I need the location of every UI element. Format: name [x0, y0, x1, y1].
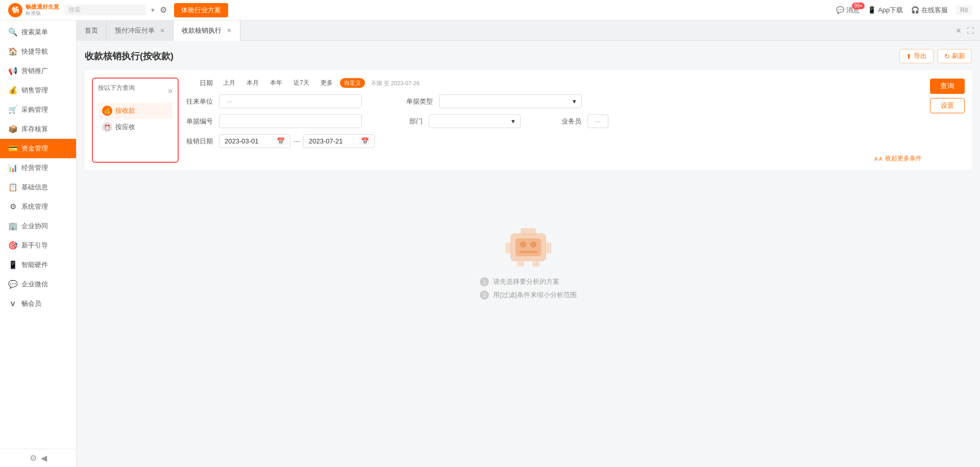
refresh-btn[interactable]: ↻ 刷新	[938, 49, 972, 63]
sidebar-item-purchase[interactable]: 🛒 采购管理	[0, 100, 76, 119]
purchase-icon: 🛒	[8, 105, 17, 114]
sidebar-item-guide[interactable]: 🎯 新手引导	[0, 236, 76, 255]
sidebar-item-sales[interactable]: 💰 销售管理	[0, 81, 76, 100]
tab-prepay-conflict[interactable]: 预付冲应付单 ✕	[107, 20, 174, 41]
dept-chevron: ▾	[511, 117, 515, 125]
sidebar-item-search[interactable]: 🔍 搜索菜单	[0, 22, 76, 42]
industry-btn[interactable]: 体验行业方案	[174, 3, 228, 17]
sidebar-label: 销售管理	[21, 86, 48, 95]
date-this-year[interactable]: 本年	[266, 78, 286, 88]
export-icon: ⬆	[906, 53, 912, 60]
filter-row-writeoff-date: 核销日期 2023-03-01 📅 — 2023-07-21	[185, 134, 922, 148]
filter-sidebar-collapse-icon[interactable]: »	[168, 86, 173, 95]
sidebar-item-basic[interactable]: 📋 基础信息	[0, 178, 76, 197]
empty-tip-1: 1 请先选择要分析的方案	[480, 277, 576, 286]
tab-receipt-writeoff[interactable]: 收款核销执行 ✕	[174, 20, 240, 41]
setting-btn[interactable]: 设置	[930, 98, 965, 113]
search-btn[interactable]: 查询	[930, 79, 965, 94]
date-more[interactable]: 更多	[316, 78, 337, 88]
tab-close-all-icon[interactable]: ✕	[953, 24, 964, 37]
sidebar-item-quicknav[interactable]: 🏠 快捷导航	[0, 42, 76, 61]
tab-close-prepay[interactable]: ✕	[160, 27, 165, 34]
svg-rect-6	[505, 242, 511, 254]
staff-input[interactable]: ···	[587, 114, 608, 128]
receipt-option-label: 按收款	[115, 106, 135, 115]
content-area: 首页 预付冲应付单 ✕ 收款核销执行 ✕ ✕ ⛶ 收款核销执行(按收款)	[77, 20, 980, 467]
basic-icon: 📋	[8, 183, 17, 192]
date-7days[interactable]: 近7天	[289, 78, 313, 88]
message-btn[interactable]: 💬 消息 99+	[836, 6, 860, 15]
docno-input[interactable]	[219, 114, 362, 128]
sidebar-item-marketing[interactable]: 📢 营销推广	[0, 61, 76, 81]
date-range-display: 不限 至 2023-07-26	[371, 80, 420, 87]
writeoff-date-start[interactable]: 2023-03-01 📅	[219, 134, 290, 148]
date-custom-badge[interactable]: 自定义	[340, 78, 365, 88]
sidebar-label: 采购管理	[21, 105, 48, 114]
date-this-month[interactable]: 本月	[242, 78, 263, 88]
svg-rect-9	[532, 261, 540, 266]
user-area[interactable]: Rit	[956, 6, 972, 15]
date-last-month[interactable]: 上月	[219, 78, 239, 88]
page-content: 收款核销执行(按收款) ⬆ 导出 ↻ 刷新	[77, 41, 980, 467]
tab-home[interactable]: 首页	[77, 20, 107, 41]
sidebar-label: 新手引导	[21, 241, 48, 250]
gear-icon[interactable]: ⚙	[160, 5, 167, 15]
chevron-down-icon[interactable]: ▾	[151, 6, 155, 14]
app-name: 畅捷通好生意	[26, 4, 59, 10]
sidebar-label: 搜索菜单	[21, 28, 48, 37]
operations-icon: 📊	[8, 163, 17, 173]
collapse-more-btn[interactable]: ∧∧ 收起更多条件	[874, 154, 922, 163]
top-bar: 畅 畅捷通好生意 标准版 搜索 ▾ ⚙ 体验行业方案 💬 消息 99+ 📱 Ap…	[0, 0, 980, 20]
home-icon: 🏠	[8, 47, 17, 56]
tab-close-receipt[interactable]: ✕	[227, 27, 232, 34]
filter-row-date: 日期 上月 本月 本年 近7天 更多 自定义	[185, 78, 922, 88]
sidebar-settings-icon[interactable]: ⚙	[30, 453, 37, 463]
page-title-bar: 收款核销执行(按收款) ⬆ 导出 ↻ 刷新	[85, 49, 972, 63]
page-inner: 收款核销执行(按收款) ⬆ 导出 ↻ 刷新	[77, 41, 980, 349]
empty-state: 1 请先选择要分析的方案 2 用[过滤]条件来缩小分析范围	[85, 177, 972, 340]
sidebar-menu: 🔍 搜索菜单 🏠 快捷导航 📢 营销推广 💰 销售管理 🛒 采购管理 📦	[0, 20, 76, 449]
doctype-select[interactable]: ▾	[439, 94, 582, 108]
search-menu-icon: 🔍	[8, 28, 17, 37]
sidebar-item-inventory[interactable]: 📦 库存核算	[0, 119, 76, 139]
dept-select[interactable]: ▾	[429, 114, 521, 128]
counterparty-input[interactable]: ···	[219, 94, 362, 108]
app-download-btn[interactable]: 📱 App下载	[868, 6, 903, 15]
sidebar-item-system[interactable]: ⚙ 系统管理	[0, 197, 76, 216]
page-actions: ⬆ 导出 ↻ 刷新	[899, 49, 972, 63]
filter-option-by-receivable[interactable]: ⏰ 按应收	[98, 119, 173, 135]
sidebar-label: 智能硬件	[21, 260, 48, 269]
sidebar-item-vip[interactable]: V 畅会员	[0, 294, 76, 313]
sidebar-item-operations[interactable]: 📊 经营管理	[0, 158, 76, 178]
app-icon: 📱	[868, 6, 876, 14]
filter-sidebar: 按以下方查询 » 💰 按收款 ⏰ 按应收	[92, 78, 179, 163]
date-separator: —	[293, 137, 300, 145]
sidebar-collapse-icon[interactable]: ◀	[41, 453, 47, 463]
online-service-btn[interactable]: 🎧 在线客服	[911, 6, 948, 15]
inventory-icon: 📦	[8, 125, 17, 134]
finance-icon: 💳	[8, 144, 17, 153]
sidebar-item-wechat[interactable]: 💬 企业微信	[0, 275, 76, 294]
top-search[interactable]: 搜索	[64, 5, 146, 15]
app-logo: 畅 畅捷通好生意 标准版	[8, 3, 59, 17]
wechat-icon: 💬	[8, 280, 17, 289]
filter-option-by-receipt[interactable]: 💰 按收款	[98, 103, 173, 119]
doctype-chevron: ▾	[573, 97, 576, 105]
staff-label: 业务员	[553, 117, 581, 126]
sidebar-label: 基础信息	[21, 183, 48, 192]
tip-num-1: 1	[480, 277, 489, 286]
tab-expand-icon[interactable]: ⛶	[965, 24, 976, 37]
tab-bar: 首页 预付冲应付单 ✕ 收款核销执行 ✕ ✕ ⛶	[77, 20, 980, 41]
svg-rect-8	[517, 261, 524, 266]
sidebar-item-finance[interactable]: 💳 资金管理	[0, 139, 76, 158]
export-btn[interactable]: ⬆ 导出	[899, 49, 934, 63]
docno-label: 单据编号	[185, 117, 213, 126]
filter-row-docno: 单据编号 部门 ▾ 业务员	[185, 114, 922, 128]
svg-point-2	[520, 241, 526, 248]
empty-tip-2: 2 用[过滤]条件来缩小分析范围	[480, 290, 576, 300]
sidebar-item-enterprise[interactable]: 🏢 企业协同	[0, 216, 76, 236]
hardware-icon: 📱	[8, 260, 17, 269]
sidebar-item-hardware[interactable]: 📱 智能硬件	[0, 255, 76, 275]
writeoff-date-end[interactable]: 2023-07-21 📅	[303, 134, 375, 148]
date-options: 上月 本月 本年 近7天 更多 自定义	[219, 78, 365, 88]
